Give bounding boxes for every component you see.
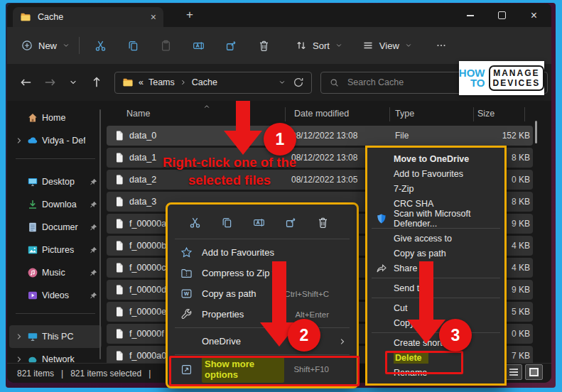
- column-header-date[interactable]: Date modified: [294, 109, 349, 119]
- sort-button[interactable]: Sort: [296, 40, 342, 51]
- sidebar-scrollbar[interactable]: [99, 109, 101, 359]
- column-divider[interactable]: [473, 107, 474, 121]
- separator: [372, 278, 500, 278]
- see-more-button[interactable]: [431, 35, 452, 56]
- sidebar-item[interactable]: Documer: [9, 216, 102, 239]
- empty-icon-slot: [376, 283, 387, 294]
- empty-icon-slot: [376, 248, 387, 259]
- breadcrumb-cache[interactable]: Cache: [192, 77, 217, 87]
- context-menu-item[interactable]: 7-Zip: [367, 181, 504, 196]
- close-icon: ×: [531, 10, 537, 21]
- pin-icon: [89, 200, 98, 209]
- sidebar-item[interactable]: Home: [9, 107, 102, 129]
- file-icon: [114, 240, 125, 251]
- empty-icon-slot: [180, 335, 193, 347]
- context-menu-icon-button[interactable]: [215, 212, 238, 233]
- context-menu-item[interactable]: W Copy as path Ctrl+Shift+C: [168, 283, 357, 304]
- empty-icon-slot: [376, 168, 387, 180]
- toolbar-button[interactable]: [220, 34, 243, 58]
- maximize-button[interactable]: [486, 4, 518, 27]
- sort-ascending-icon: [203, 103, 210, 110]
- toolbar-separator: [79, 37, 80, 54]
- context-menu-icon-button[interactable]: [183, 212, 206, 233]
- empty-icon-slot: [89, 332, 98, 342]
- context-menu-item[interactable]: Send to: [367, 281, 504, 295]
- empty-icon-slot: [376, 153, 387, 165]
- context-menu-item[interactable]: Cut: [367, 300, 504, 315]
- details-view-icon: [509, 369, 518, 370]
- column-divider[interactable]: [524, 107, 525, 121]
- more-ellipsis-icon: [436, 40, 447, 51]
- sidebar-item[interactable]: Pictures: [9, 239, 102, 261]
- context-menu-item[interactable]: Scan with Microsoft Defender...: [367, 211, 504, 226]
- column-header-type[interactable]: Type: [395, 109, 414, 119]
- refresh-icon[interactable]: [293, 77, 304, 88]
- sidebar-item[interactable]: Vidya - Defa: [9, 129, 102, 152]
- toolbar-button[interactable]: [154, 34, 178, 58]
- sidebar-item[interactable]: Videos: [9, 284, 102, 307]
- annotation-step-circle-1: 1: [264, 123, 296, 156]
- context-menu-classic: Move to OneDrive Add to Favourites 7-Zip…: [365, 146, 507, 386]
- address-dropdown-icon[interactable]: [279, 79, 286, 86]
- new-tab-button[interactable]: +: [186, 8, 193, 22]
- sidebar-item[interactable]: Desktop: [9, 170, 102, 193]
- titlebar: Cache × + ×: [7, 4, 551, 27]
- toolbar-button[interactable]: [121, 34, 145, 58]
- context-menu-item[interactable]: Compress to Zip fil: [168, 263, 357, 283]
- chevron-right-icon: [338, 337, 347, 346]
- toolbar-button[interactable]: [252, 34, 276, 58]
- up-button[interactable]: [87, 73, 106, 92]
- logo-howto: HOW TO: [459, 68, 485, 88]
- separator: [175, 354, 350, 355]
- close-button[interactable]: ×: [518, 4, 550, 27]
- file-row[interactable]: data_0 08/12/2022 13:08 File 152 KB: [107, 126, 533, 146]
- file-icon: [114, 130, 125, 141]
- context-menu-item[interactable]: Properties Alt+Enter: [168, 304, 357, 325]
- recent-locations-button[interactable]: [64, 73, 82, 92]
- column-header-size[interactable]: Size: [477, 109, 495, 119]
- context-menu-item[interactable]: Move to OneDrive: [367, 151, 504, 166]
- column-divider[interactable]: [285, 107, 286, 121]
- folder-icon: [20, 11, 31, 23]
- chevron-down-icon: [405, 42, 412, 49]
- column-header-name[interactable]: Name: [126, 109, 150, 119]
- context-menu-item[interactable]: Give access to: [367, 231, 504, 246]
- context-menu-item[interactable]: Add to Favourites: [367, 166, 504, 181]
- new-icon: [21, 40, 33, 51]
- empty-icon-slot: [338, 249, 347, 257]
- context-menu-icon-button[interactable]: [247, 212, 270, 233]
- minimize-button[interactable]: [454, 4, 486, 27]
- details-view-button[interactable]: [504, 364, 522, 380]
- breadcrumb-teams[interactable]: Teams: [148, 77, 175, 87]
- toolbar-button[interactable]: [187, 34, 210, 58]
- context-menu-item[interactable]: Add to Favourites: [168, 242, 357, 263]
- file-icon: [114, 174, 125, 185]
- copy-icon: [127, 40, 139, 52]
- forward-button[interactable]: [40, 73, 59, 92]
- context-menu-item[interactable]: Copy as path: [367, 246, 504, 261]
- sidebar-item[interactable]: Network: [9, 348, 102, 364]
- sidebar-item[interactable]: Downloa: [9, 193, 102, 216]
- explorer-tab[interactable]: Cache ×: [13, 7, 163, 27]
- annotation-step-circle-2: 2: [288, 319, 320, 352]
- context-menu-icon-button[interactable]: [279, 212, 302, 233]
- breadcrumb-overflow[interactable]: «: [139, 77, 144, 87]
- tab-close-icon[interactable]: ×: [151, 12, 156, 22]
- back-button[interactable]: [17, 73, 36, 92]
- address-bar[interactable]: « Teams Cache: [114, 72, 312, 94]
- view-button[interactable]: View: [362, 40, 412, 51]
- context-menu-icon-button[interactable]: [311, 212, 334, 233]
- file-list-scrollbar[interactable]: [535, 121, 537, 143]
- empty-icon-slot: [15, 223, 23, 232]
- context-menu-item[interactable]: Share: [367, 261, 504, 276]
- view-toggles: [504, 364, 543, 380]
- large-icons-view-button[interactable]: [525, 364, 543, 380]
- sidebar-item[interactable]: Music: [9, 261, 102, 284]
- sidebar-item[interactable]: This PC: [9, 325, 102, 348]
- toolbar-button[interactable]: [89, 34, 112, 58]
- selected-count: 821 items selected: [70, 369, 141, 379]
- new-button[interactable]: New: [21, 40, 70, 51]
- videos-icon: [27, 290, 38, 301]
- context-menu-icon-row: [168, 209, 357, 236]
- column-divider[interactable]: [389, 107, 390, 121]
